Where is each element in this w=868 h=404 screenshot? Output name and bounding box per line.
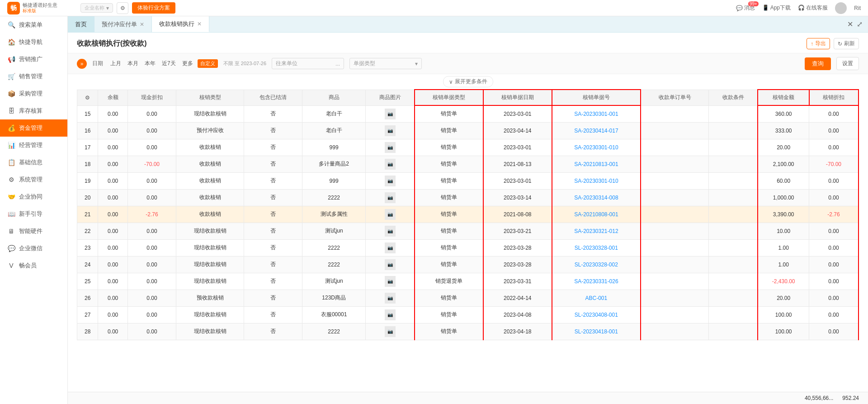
table-row-order-id <box>641 206 709 223</box>
table-row-doc-no[interactable]: SL-20230328-001 <box>552 239 641 256</box>
expand-conditions-button[interactable]: ∨ 展开更多条件 <box>443 76 493 87</box>
sidebar-item-purchase[interactable]: 📦 采购管理 <box>0 85 67 102</box>
sidebar-item-finance[interactable]: 💰 资金管理 <box>0 119 67 137</box>
sidebar-item-business[interactable]: 📊 经营管理 <box>0 137 67 154</box>
table-row-terms <box>709 323 758 340</box>
col-settings[interactable]: ⚙ <box>77 90 98 105</box>
table-row-cash-discount: 0.00 <box>127 323 176 340</box>
header-actions: ↑ 导出 ↻ 刷新 <box>807 38 859 49</box>
refresh-button[interactable]: ↻ 刷新 <box>834 38 859 49</box>
purchase-icon: 📦 <box>7 90 15 98</box>
table-row-doc-no[interactable]: SA-20230414-017 <box>552 122 641 139</box>
member-icon: V <box>7 261 15 270</box>
table-row-doc-no[interactable]: SA-20230301-001 <box>552 105 641 122</box>
export-button[interactable]: ↑ 导出 <box>807 38 830 49</box>
tab-expand-icon[interactable]: ⤢ <box>857 20 863 29</box>
table-row-discount: 0.00 <box>809 172 859 189</box>
table-row-balance: 0.00 <box>98 122 127 139</box>
date-custom-button[interactable]: 自定义 <box>198 59 218 68</box>
username: Rit <box>854 5 861 11</box>
table-header-row: ⚙ 余额 现金折扣 核销类型 包含已结清 商品 商品图片 核销单据类型 核销单据… <box>77 90 859 105</box>
table-row-doc-no[interactable]: SL-20230328-002 <box>552 256 641 273</box>
table-row-doc-type: 销货单 <box>415 239 483 256</box>
date-more[interactable]: 更多 <box>180 59 195 68</box>
table-row-terms <box>709 290 758 306</box>
sidebar-item-basic[interactable]: 📋 基础信息 <box>0 154 67 171</box>
table-row-doc-no[interactable]: ABC-001 <box>552 290 641 306</box>
date-7days[interactable]: 近7天 <box>160 59 178 68</box>
table-row-id: 23 <box>77 239 98 256</box>
sidebar-label-guide: 新手引导 <box>19 210 42 218</box>
tab-prepay-close[interactable]: ✕ <box>140 21 144 28</box>
sidebar-label-collab: 企业协同 <box>19 193 42 201</box>
table-row-doc-no[interactable]: SA-20230321-012 <box>552 223 641 239</box>
layout: 🔍 搜索菜单 🏠 快捷导航 📢 营销推广 🛒 销售管理 📦 采购管理 🗄 库存核… <box>0 16 868 404</box>
table-row-terms <box>709 223 758 239</box>
sidebar-item-member[interactable]: V 畅会员 <box>0 257 67 274</box>
message-button[interactable]: 💬 消息 99+ <box>736 4 755 12</box>
table-row-terms <box>709 105 758 122</box>
table-row-doc-no[interactable]: SA-20230301-010 <box>552 172 641 189</box>
sidebar-item-wechat[interactable]: 💬 企业微信 <box>0 240 67 257</box>
table-row-doc-no[interactable]: SA-20210808-001 <box>552 206 641 223</box>
avatar[interactable] <box>835 2 847 14</box>
table-row-verify-type: 收款核销 <box>176 206 244 223</box>
sidebar-item-nav[interactable]: 🏠 快捷导航 <box>0 33 67 51</box>
date-this-month[interactable]: 本月 <box>126 59 140 68</box>
table-row-doc-no[interactable]: SA-20230314-008 <box>552 189 641 206</box>
table-row-doc-type: 销货单 <box>415 172 483 189</box>
table-row-order-id <box>641 290 709 306</box>
tab-home[interactable]: 首页 <box>68 16 94 32</box>
date-last-month[interactable]: 上月 <box>108 59 123 68</box>
sidebar-label-finance: 资金管理 <box>19 124 42 132</box>
table-row-terms <box>709 139 758 156</box>
table-row-amount: 10.00 <box>758 223 809 239</box>
tab-prepay[interactable]: 预付冲应付单 ✕ <box>94 16 152 32</box>
table-row-discount: -70.00 <box>809 156 859 172</box>
sidebar-label-member: 畅会员 <box>19 261 37 270</box>
tab-verify[interactable]: 收款核销执行 ✕ <box>152 16 209 32</box>
table-row-discount: 0.00 <box>809 189 859 206</box>
sidebar-item-marketing[interactable]: 📢 营销推广 <box>0 51 67 68</box>
table-row-cash-discount: 0.00 <box>127 273 176 290</box>
table-row-amount: 60.00 <box>758 172 809 189</box>
table-row-doc-type: 销货单 <box>415 256 483 273</box>
table-row-doc-type: 销货单 <box>415 122 483 139</box>
sidebar-item-collab[interactable]: 🤝 企业协同 <box>0 188 67 205</box>
table-row-amount: 333.00 <box>758 122 809 139</box>
sidebar-item-sales[interactable]: 🛒 销售管理 <box>0 68 67 85</box>
sidebar-item-hardware[interactable]: 🖥 智能硬件 <box>0 223 67 240</box>
select-chevron-icon: ▾ <box>415 61 418 67</box>
tab-verify-close[interactable]: ✕ <box>197 21 202 27</box>
app-download-button[interactable]: 📱 App下载 <box>762 4 791 12</box>
logo-text: 畅捷通谱好生意 标准版 <box>23 2 57 14</box>
table-row-order-id <box>641 172 709 189</box>
table-row-product: 999 <box>302 139 366 156</box>
filter-toggle-button[interactable]: » <box>77 59 87 69</box>
table-row-settled: 否 <box>244 172 302 189</box>
table-row-doc-no[interactable]: SA-20230301-010 <box>552 139 641 156</box>
table-row-amount: 20.00 <box>758 139 809 156</box>
filter-settings-button[interactable]: 设置 <box>836 57 859 70</box>
table-row-product: 测试多属性 <box>302 206 366 223</box>
sidebar-item-inventory[interactable]: 🗄 库存核算 <box>0 102 67 119</box>
tab-close-all-icon[interactable]: ✕ <box>847 20 853 29</box>
settings-icon[interactable]: ⚙ <box>117 2 128 14</box>
sidebar-item-search[interactable]: 🔍 搜索菜单 <box>0 16 67 33</box>
sidebar-item-guide[interactable]: 📖 新手引导 <box>0 205 67 223</box>
page-title: 收款核销执行(按收款) <box>77 39 147 48</box>
doc-type-select[interactable]: 单据类型 ▾ <box>349 58 422 69</box>
sidebar-item-system[interactable]: ⚙ 系统管理 <box>0 171 67 188</box>
online-service-button[interactable]: 🎧 在线客服 <box>798 4 828 12</box>
table-row-doc-no[interactable]: SL-20230418-001 <box>552 323 641 340</box>
date-this-year[interactable]: 本年 <box>143 59 157 68</box>
industry-button[interactable]: 体验行业方案 <box>132 2 175 14</box>
counterpart-input[interactable]: 往来单位 ... <box>272 58 344 69</box>
table-row-doc-no[interactable]: SL-20230408-001 <box>552 306 641 323</box>
table-row-balance: 0.00 <box>98 172 127 189</box>
table-row-amount: 100.00 <box>758 323 809 340</box>
table-row-doc-no[interactable]: SA-20230331-026 <box>552 273 641 290</box>
company-selector[interactable]: 企业名称 ▾ <box>80 3 113 13</box>
query-button[interactable]: 查询 <box>805 57 831 70</box>
table-row-doc-no[interactable]: SA-20210813-001 <box>552 156 641 172</box>
